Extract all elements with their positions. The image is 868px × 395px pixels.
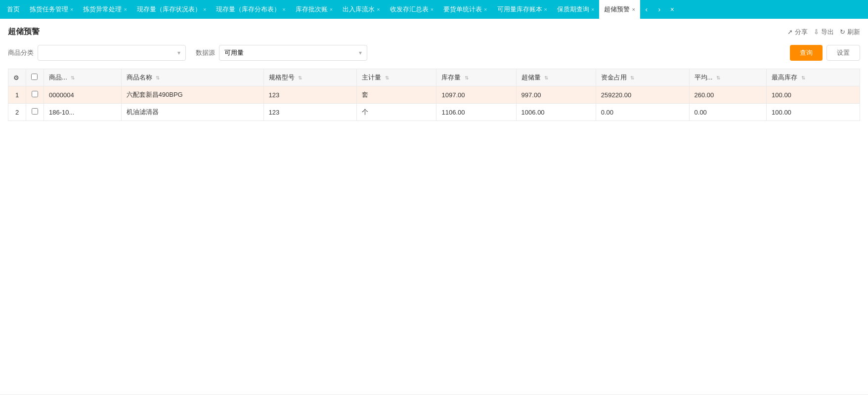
close-icon[interactable]: × — [282, 6, 285, 12]
settings-button[interactable]: 设置 — [826, 45, 860, 61]
nav-item-collect-summary[interactable]: 收发存汇总表 × — [385, 0, 438, 19]
col-max-stock[interactable]: 最高库存 ⇅ — [767, 69, 860, 86]
close-icon[interactable]: × — [544, 6, 547, 12]
page-header: 超储预警 ➚ 分享 ⇩ 导出 ↻ 刷新 — [8, 27, 860, 37]
col-overstock[interactable]: 超储量 ⇅ — [516, 69, 596, 86]
close-icon[interactable]: × — [591, 6, 594, 12]
col-avg[interactable]: 平均... ⇅ — [689, 69, 767, 86]
nav-item-abnormal[interactable]: 拣货异常处理 × — [78, 0, 131, 19]
refresh-button[interactable]: ↻ 刷新 — [840, 28, 860, 37]
sort-icon: ⇅ — [385, 75, 389, 80]
share-button[interactable]: ➚ 分享 — [787, 28, 808, 37]
chevron-down-icon: ▾ — [359, 49, 362, 56]
row-index: 2 — [8, 104, 26, 121]
data-table: ⚙ 商品... ⇅ 商品名称 ⇅ 规格型号 ⇅ 主计量 — [8, 69, 860, 121]
col-unit[interactable]: 主计量 ⇅ — [357, 69, 436, 86]
category-label: 商品分类 — [8, 48, 34, 57]
table-row: 1 0000004 六配套新昌490BPG 123 套 1097.00 997.… — [8, 86, 860, 104]
cell-avg: 260.00 — [689, 86, 767, 104]
col-capital[interactable]: 资金占用 ⇅ — [596, 69, 689, 86]
cell-product-code: 186-10... — [44, 104, 122, 121]
close-icon[interactable]: × — [632, 6, 635, 12]
row-index: 1 — [8, 86, 26, 104]
datasource-select[interactable]: 可用量 ▾ — [219, 45, 367, 61]
gear-icon: ⚙ — [13, 74, 19, 81]
sort-icon: ⇅ — [630, 75, 634, 80]
sort-icon: ⇅ — [544, 75, 548, 80]
nav-bar: 首页 拣货任务管理 × 拣货异常处理 × 现存量（库存状况表） × 现存量（库存… — [0, 0, 868, 19]
nav-item-task-mgmt[interactable]: 拣货任务管理 × — [25, 0, 78, 19]
cell-overstock: 997.00 — [516, 86, 596, 104]
nav-more-arrow[interactable]: × — [666, 0, 679, 19]
cell-product-code: 0000004 — [44, 86, 122, 104]
nav-item-quality-check[interactable]: 保质期查询 × — [552, 0, 599, 19]
nav-item-inout-flow[interactable]: 出入库流水 × — [338, 0, 385, 19]
chevron-down-icon: ▾ — [177, 49, 180, 56]
cell-overstock: 1006.00 — [516, 104, 596, 121]
col-product-name[interactable]: 商品名称 ⇅ — [121, 69, 263, 86]
filter-bar: 商品分类 ▾ 数据源 可用量 ▾ 查询 设置 — [8, 45, 860, 61]
table-header-row: ⚙ 商品... ⇅ 商品名称 ⇅ 规格型号 ⇅ 主计量 — [8, 69, 860, 86]
sort-icon: ⇅ — [801, 75, 805, 80]
col-stock[interactable]: 库存量 ⇅ — [436, 69, 516, 86]
sort-icon: ⇅ — [71, 75, 75, 80]
cell-product-name: 机油滤清器 — [121, 104, 263, 121]
action-buttons: 查询 设置 — [790, 45, 860, 61]
export-button[interactable]: ⇩ 导出 — [814, 28, 834, 37]
page-title: 超储预警 — [8, 27, 40, 37]
nav-item-inventory-dist[interactable]: 现存量（库存分布表） × — [211, 0, 290, 19]
nav-item-batch-account[interactable]: 库存批次账 × — [291, 0, 338, 19]
close-icon[interactable]: × — [203, 6, 206, 12]
close-icon[interactable]: × — [431, 6, 434, 12]
row-checkbox-cell[interactable] — [26, 86, 44, 104]
select-all-checkbox[interactable] — [31, 74, 38, 80]
sort-icon: ⇅ — [465, 75, 469, 80]
col-spec[interactable]: 规格型号 ⇅ — [263, 69, 357, 86]
cell-stock: 1097.00 — [436, 86, 516, 104]
header-actions: ➚ 分享 ⇩ 导出 ↻ 刷新 — [787, 28, 860, 37]
close-icon[interactable]: × — [377, 6, 380, 12]
nav-item-order-stats[interactable]: 要货单统计表 × — [438, 0, 492, 19]
row-checkbox[interactable] — [32, 91, 38, 97]
close-icon[interactable]: × — [330, 6, 333, 12]
cell-stock: 1106.00 — [436, 104, 516, 121]
gear-header[interactable]: ⚙ — [8, 69, 26, 86]
share-icon: ➚ — [787, 28, 793, 36]
cell-product-name: 六配套新昌490BPG — [121, 86, 263, 104]
cell-avg: 0.00 — [689, 104, 767, 121]
sort-icon: ⇅ — [716, 75, 720, 80]
category-filter: 商品分类 ▾ — [8, 45, 186, 61]
nav-item-home[interactable]: 首页 — [2, 0, 25, 19]
nav-prev-arrow[interactable]: ‹ — [640, 0, 653, 19]
cell-max-stock: 100.00 — [767, 104, 860, 121]
cell-unit: 个 — [357, 104, 436, 121]
row-checkbox[interactable] — [32, 108, 38, 115]
query-button[interactable]: 查询 — [790, 45, 823, 61]
datasource-filter: 数据源 可用量 ▾ — [196, 45, 367, 61]
row-checkbox-cell[interactable] — [26, 104, 44, 121]
datasource-label: 数据源 — [196, 48, 215, 57]
sort-icon: ⇅ — [298, 75, 302, 80]
cell-max-stock: 100.00 — [767, 86, 860, 104]
cell-capital: 259220.00 — [596, 86, 689, 104]
cell-capital: 0.00 — [596, 104, 689, 121]
checkbox-header[interactable] — [26, 69, 44, 86]
category-select[interactable]: ▾ — [38, 45, 186, 61]
sort-icon: ⇅ — [156, 75, 160, 80]
cell-spec: 123 — [263, 86, 357, 104]
nav-item-inventory-status[interactable]: 现存量（库存状况表） × — [132, 0, 211, 19]
datasource-select-value: 可用量 — [224, 48, 244, 57]
cell-spec: 123 — [263, 104, 357, 121]
close-icon[interactable]: × — [70, 6, 73, 12]
page-content: 超储预警 ➚ 分享 ⇩ 导出 ↻ 刷新 商品分类 ▾ 数据源 — [0, 19, 868, 394]
nav-item-overstock-warning[interactable]: 超储预警 × — [599, 0, 640, 19]
col-product-code[interactable]: 商品... ⇅ — [44, 69, 122, 86]
cell-unit: 套 — [357, 86, 436, 104]
table-row: 2 186-10... 机油滤清器 123 个 1106.00 1006.00 … — [8, 104, 860, 121]
nav-next-arrow[interactable]: › — [653, 0, 666, 19]
nav-item-available-account[interactable]: 可用量库存账本 × — [492, 0, 552, 19]
refresh-icon: ↻ — [840, 28, 845, 36]
close-icon[interactable]: × — [484, 6, 487, 12]
export-icon: ⇩ — [814, 28, 819, 36]
close-icon[interactable]: × — [124, 6, 127, 12]
